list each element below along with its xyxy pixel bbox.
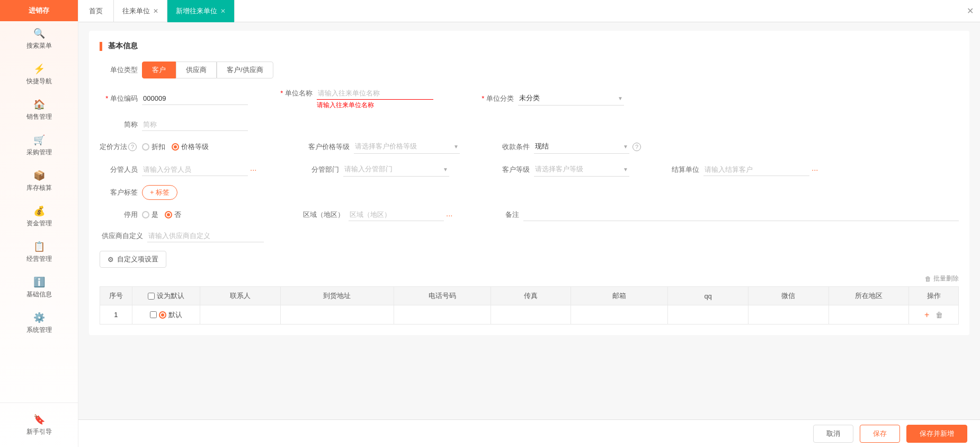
row-index: 1 — [100, 305, 132, 325]
address-input[interactable] — [305, 309, 369, 321]
row-delete-btn[interactable]: 🗑 — [933, 311, 945, 319]
unit-category-select[interactable]: 未分类 ▼ — [518, 91, 624, 106]
sidebar-item-purchase-mgmt[interactable]: 🛒 采购管理 — [0, 128, 78, 163]
remark-input[interactable] — [523, 208, 959, 221]
sidebar-item-label: 库存核算 — [26, 183, 52, 192]
sidebar-item-system-mgmt[interactable]: ⚙️ 系统管理 — [0, 305, 78, 341]
email-input[interactable] — [593, 309, 646, 321]
sidebar-item-sales-mgmt[interactable]: 🏠 销售管理 — [0, 92, 78, 128]
row-default-radio-circle — [159, 311, 166, 319]
unit-btn-both[interactable]: 客户/供应商 — [217, 62, 273, 78]
dept-label: 分管部门 — [301, 165, 343, 174]
save-button[interactable]: 保存 — [860, 425, 900, 443]
manager-row: 分管人员 ··· 分管部门 请输入分管部门 ▼ 客户等级 请选择客户等级 — [100, 162, 959, 177]
row-contact[interactable] — [200, 305, 281, 325]
customer-level-select[interactable]: 请选择客户等级 ▼ — [534, 162, 629, 177]
settlement-input[interactable] — [703, 163, 809, 176]
col-action: 操作 — [909, 287, 959, 305]
col-fax: 传真 — [491, 287, 571, 305]
row-phone[interactable] — [394, 305, 491, 325]
unit-btn-customer[interactable]: 客户 — [142, 62, 176, 78]
settings-gear-icon: ⚙ — [108, 256, 114, 264]
select-all-checkbox[interactable] — [148, 293, 155, 300]
batch-delete-button[interactable]: 🗑 批量删除 — [925, 274, 959, 283]
radio-level[interactable]: 价格等级 — [172, 142, 209, 152]
pricing-help-icon[interactable]: ? — [128, 143, 137, 151]
supplier-custom-input[interactable] — [147, 230, 264, 242]
manager-input[interactable] — [142, 163, 248, 176]
cancel-button[interactable]: 取消 — [813, 425, 853, 443]
custom-settings-label: 自定义项设置 — [117, 255, 158, 264]
radio-discount[interactable]: 折扣 — [142, 142, 165, 152]
tab-new-transaction[interactable]: 新增往来单位 ✕ — [167, 0, 235, 22]
radio-no[interactable]: 否 — [165, 210, 181, 220]
batch-delete-bar: 🗑 批量删除 — [100, 274, 959, 283]
region-group: 区域（地区） ··· — [301, 208, 492, 221]
row-region[interactable] — [828, 305, 909, 325]
unit-name-label: * 单位名称 — [274, 89, 317, 98]
required-star3: * — [482, 94, 486, 102]
contact-input[interactable] — [219, 309, 261, 321]
required-star2: * — [280, 89, 285, 97]
abbr-row: 简称 — [100, 118, 959, 131]
unit-name-error: 请输入往来单位名称 — [317, 101, 374, 110]
tab-home-label: 首页 — [89, 6, 103, 16]
unit-btn-supplier[interactable]: 供应商 — [176, 62, 217, 78]
wechat-input[interactable] — [767, 309, 809, 321]
unit-category-value: 未分类 — [519, 93, 616, 103]
radio-yes[interactable]: 是 — [142, 210, 158, 220]
customer-tag-control: + 标签 — [142, 185, 959, 200]
row-email[interactable] — [571, 305, 668, 325]
tab-transactions-close[interactable]: ✕ — [153, 7, 158, 15]
row-add-btn[interactable]: + — [922, 310, 931, 319]
manager-more-btn[interactable]: ··· — [248, 165, 259, 174]
customer-price-select[interactable]: 请选择客户价格等级 ▼ — [354, 139, 460, 154]
finance-icon: 💰 — [33, 205, 45, 217]
row-region-input[interactable] — [848, 309, 890, 321]
sidebar-item-basic-info[interactable]: ℹ️ 基础信息 — [0, 270, 78, 305]
unit-name-input[interactable] — [317, 87, 433, 100]
unit-code-input[interactable] — [142, 92, 248, 105]
custom-settings-button[interactable]: ⚙ 自定义项设置 — [100, 251, 166, 268]
row-qq[interactable] — [668, 305, 749, 325]
payment-terms-label: 收款条件 — [492, 142, 534, 152]
sidebar-item-quick-nav[interactable]: ⚡ 快捷导航 — [0, 57, 78, 92]
customer-price-label: 客户价格等级 — [301, 142, 354, 152]
settlement-more-btn[interactable]: ··· — [809, 165, 821, 174]
table-row: 1 默认 — [100, 305, 959, 325]
close-all-tabs[interactable]: ✕ — [967, 6, 974, 16]
radio-no-label: 否 — [174, 210, 181, 220]
tab-transactions[interactable]: 往来单位 ✕ — [114, 0, 167, 22]
add-tag-button[interactable]: + 标签 — [142, 185, 177, 200]
row-checkbox[interactable] — [150, 311, 157, 318]
sidebar-item-newbie[interactable]: 🔖 新手引导 — [0, 407, 78, 443]
col-wechat: 微信 — [748, 287, 828, 305]
save-new-button[interactable]: 保存并新增 — [906, 425, 967, 443]
row-default-radio[interactable]: 默认 — [159, 310, 182, 320]
qq-input[interactable] — [687, 309, 729, 321]
payment-terms-select[interactable]: 现结 ▼ — [534, 139, 629, 154]
quick-nav-icon: ⚡ — [33, 63, 45, 75]
abbr-input[interactable] — [142, 118, 248, 131]
tab-new-transaction-label: 新增往来单位 — [176, 6, 217, 16]
row-wechat[interactable] — [748, 305, 828, 325]
row-fax[interactable] — [491, 305, 571, 325]
tab-home[interactable]: 首页 — [78, 0, 114, 22]
unit-category-group: * 单位分类 未分类 ▼ — [476, 91, 959, 106]
dept-select[interactable]: 请输入分管部门 ▼ — [343, 162, 449, 177]
tab-new-transaction-close[interactable]: ✕ — [220, 7, 226, 15]
payment-help-icon[interactable]: ? — [632, 143, 641, 151]
region-input[interactable] — [349, 208, 444, 221]
manager-label: 分管人员 — [100, 165, 142, 174]
region-more-btn[interactable]: ··· — [444, 211, 455, 220]
sidebar-item-finance-mgmt[interactable]: 💰 资金管理 — [0, 199, 78, 234]
fax-input[interactable] — [510, 309, 552, 321]
row-default: 默认 — [132, 305, 200, 325]
row-address[interactable] — [280, 305, 394, 325]
purchase-icon: 🛒 — [33, 134, 45, 146]
phone-input[interactable] — [416, 309, 469, 321]
sidebar-item-search-menu[interactable]: 🔍 搜索菜单 — [0, 21, 78, 57]
sidebar-item-inventory[interactable]: 📦 库存核算 — [0, 163, 78, 199]
footer-bar: 取消 保存 保存并新增 — [78, 419, 980, 447]
sidebar-item-operations-mgmt[interactable]: 📋 经营管理 — [0, 234, 78, 270]
